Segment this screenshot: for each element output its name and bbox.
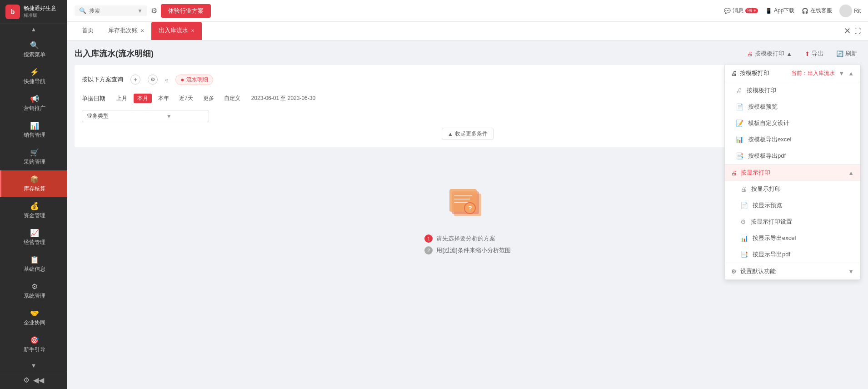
step-1-text: 请先选择要分析的方案: [436, 234, 495, 243]
date-filter-label: 单据日期: [82, 95, 105, 103]
close-tab-btn[interactable]: ✕: [844, 26, 851, 36]
user-avatar-btn[interactable]: Rit: [839, 5, 861, 17]
sidebar-item-search-label: 搜索菜单: [24, 51, 45, 59]
sidebar-item-enterprise[interactable]: 🤝 企业协同: [0, 304, 67, 331]
user-name: Rit: [854, 8, 861, 14]
settings-icon[interactable]: ⚙: [151, 6, 157, 15]
app-download-icon: 📱: [765, 8, 772, 14]
search-dropdown-arrow[interactable]: ▼: [137, 8, 143, 14]
filter-tag-flow[interactable]: ● 流水明细: [175, 75, 213, 85]
sidebar-item-finance[interactable]: 💰 资金管理: [0, 197, 67, 224]
dropdown-item-display-preview-label: 按显示预览: [753, 201, 782, 209]
biz-type-select[interactable]: 业务类型 ▼: [82, 110, 209, 122]
dropdown-footer-label: 设置默认功能: [740, 267, 776, 275]
tab-flow[interactable]: 出入库流水 ✕: [151, 22, 202, 40]
date-btn-more[interactable]: 更多: [200, 94, 218, 103]
dropdown-item-template-print[interactable]: 🖨 按模板打印: [725, 82, 860, 99]
filter-collapse-btn[interactable]: «: [165, 76, 168, 83]
maximize-btn[interactable]: ⛶: [854, 27, 861, 35]
date-btn-current-year[interactable]: 本年: [155, 94, 173, 103]
tab-flow-close[interactable]: ✕: [191, 28, 195, 33]
date-btn-last-7[interactable]: 近7天: [175, 94, 197, 103]
dropdown-item-template-custom[interactable]: 📝 模板自定义设计: [725, 115, 860, 131]
step-2-num: 2: [424, 246, 433, 254]
purchase-nav-icon: 🛒: [30, 148, 39, 157]
collapse-icon: ▲: [448, 131, 453, 137]
top-bar-right: 💬 消息 99 + 📱 App下载 🎧 在线客服 Rit: [724, 5, 861, 17]
message-btn[interactable]: 💬 消息 99 +: [724, 7, 758, 15]
biz-type-label: 业务类型: [87, 112, 125, 120]
tab-maximize-area: ✕ ⛶: [844, 26, 861, 36]
date-btn-current-month[interactable]: 本月: [134, 94, 152, 103]
dropdown-item-display-settings[interactable]: ⚙ 按显示打印设置: [725, 214, 860, 230]
sidebar-item-marketing[interactable]: 📢 营销推广: [0, 90, 67, 117]
print-template-btn[interactable]: 🖨 按模板打印 ▲: [743, 48, 796, 60]
basic-nav-icon: 📋: [30, 255, 39, 264]
dropdown-item-display-preview[interactable]: 📄 按显示预览: [725, 197, 860, 214]
app-edition: 标准版: [24, 12, 56, 19]
filter-settings-icon-btn[interactable]: ⚙: [148, 75, 158, 85]
sidebar-item-shortcut[interactable]: ⚡ 快捷导航: [0, 63, 67, 90]
dropdown-item-template-export-excel[interactable]: 📊 按模板导出excel: [725, 131, 860, 148]
dropdown-item-template-export-pdf[interactable]: 📑 按模板导出pdf: [725, 148, 860, 164]
sidebar-collapse-btn[interactable]: ◀◀: [33, 376, 44, 384]
tab-home[interactable]: 首页: [75, 22, 101, 40]
sidebar-nav: 🔍 搜索菜单 ⚡ 快捷导航 📢 营销推广 📊 销售管理 🛒 采购管理 📦: [0, 35, 67, 360]
dropdown-item-display-settings-label: 按显示打印设置: [751, 218, 792, 226]
sidebar-item-sales-label: 销售管理: [24, 131, 45, 139]
app-download-btn[interactable]: 📱 App下载: [765, 7, 794, 15]
sidebar-item-system[interactable]: ⚙ 系统管理: [0, 278, 67, 304]
sidebar-settings-btn[interactable]: ⚙: [23, 376, 30, 384]
dropdown-current-arrow[interactable]: ▼: [838, 70, 844, 77]
display-section-header[interactable]: 🖨 按显示打印 ▲: [725, 165, 860, 181]
tab-batch-close[interactable]: ✕: [140, 28, 144, 33]
sidebar-item-purchase[interactable]: 🛒 采购管理: [0, 144, 67, 170]
dropdown-item-template-print-label: 按模板打印: [747, 86, 776, 95]
date-btn-last-month[interactable]: 上月: [113, 94, 131, 103]
message-badge: 99 +: [745, 8, 758, 13]
dropdown-item-template-preview[interactable]: 📄 按模板预览: [725, 99, 860, 115]
refresh-btn[interactable]: 🔄 刷新: [833, 48, 861, 60]
dropdown-footer[interactable]: ⚙ 设置默认功能 ▼: [725, 263, 860, 279]
export-btn[interactable]: ⬆ 导出: [801, 48, 827, 60]
sidebar-scroll-down[interactable]: ▼: [0, 360, 67, 371]
empty-step-2: 2 用[过滤]条件来缩小分析范围: [424, 246, 510, 254]
dropdown-collapse-btn[interactable]: ▲: [848, 70, 854, 77]
display-settings-icon: ⚙: [740, 218, 746, 225]
dropdown-footer-title: ⚙ 设置默认功能: [731, 267, 776, 275]
tab-batch[interactable]: 库存批次账 ✕: [101, 22, 151, 40]
inventory-nav-icon: 📦: [30, 175, 39, 184]
guide-nav-icon: 🎯: [30, 336, 39, 344]
sidebar-item-guide[interactable]: 🎯 新手引导: [0, 331, 67, 358]
filter-add-btn[interactable]: +: [130, 75, 140, 85]
display-section-title-text: 按显示打印: [741, 169, 770, 177]
page-actions: 🖨 按模板打印 ▲ ⬆ 导出 🔄 刷新: [743, 48, 861, 60]
sidebar-item-operation[interactable]: 📈 经营管理: [0, 224, 67, 251]
sidebar-item-search[interactable]: 🔍 搜索菜单: [0, 36, 67, 63]
dropdown-item-display-export-pdf[interactable]: 📑 按显示导出pdf: [725, 246, 860, 263]
industry-solution-button[interactable]: 体验行业方案: [161, 4, 211, 18]
collapse-more-btn[interactable]: ▲ 收起更多条件: [442, 128, 494, 140]
display-section-toggle[interactable]: ▲: [848, 170, 854, 176]
customer-service-btn[interactable]: 🎧 在线客服: [802, 7, 832, 15]
system-nav-icon: ⚙: [31, 282, 38, 291]
search-input[interactable]: [89, 8, 135, 14]
dropdown-current-label: 当前：出入库流水: [791, 70, 835, 77]
filter-tag-icon: ●: [180, 76, 184, 83]
tab-bar: 首页 库存批次账 ✕ 出入库流水 ✕ ✕ ⛶: [67, 22, 868, 40]
search-box[interactable]: 🔍 ▼: [75, 5, 147, 16]
tab-flow-label: 出入库流水: [159, 26, 188, 35]
export-label: 导出: [812, 50, 823, 58]
dropdown-item-display-print[interactable]: 🖨 按显示打印: [725, 181, 860, 197]
sidebar-item-sales[interactable]: 📊 销售管理: [0, 117, 67, 144]
date-btn-custom[interactable]: 自定义: [220, 94, 244, 103]
print-template-icon: 🖨: [747, 50, 753, 57]
display-export-excel-icon: 📊: [740, 234, 748, 242]
sidebar-item-inventory[interactable]: 📦 库存核算: [0, 170, 67, 197]
dropdown-item-display-export-excel[interactable]: 📊 按显示导出excel: [725, 230, 860, 246]
sidebar-item-basic[interactable]: 📋 基础信息: [0, 251, 67, 278]
filter-label: 按以下方案查询: [82, 75, 123, 84]
print-template-arrow: ▲: [786, 50, 792, 57]
page-title: 出入库流水(流水明细): [75, 48, 154, 59]
sidebar-scroll-up[interactable]: ▲: [0, 24, 67, 35]
